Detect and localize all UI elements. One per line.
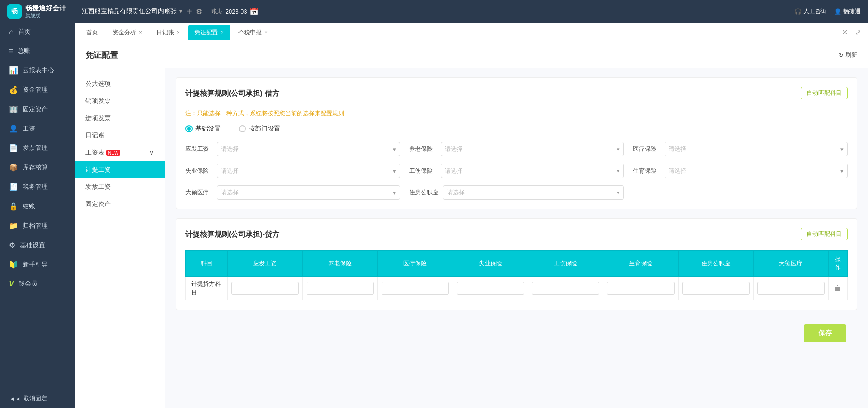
- tab-journal-close[interactable]: ×: [177, 29, 180, 36]
- expand-icon[interactable]: ⤢: [853, 26, 863, 38]
- credit-auto-match-button[interactable]: 自动匹配科目: [801, 228, 848, 240]
- input-injury[interactable]: [532, 282, 599, 295]
- select-gross-salary-arrow: ▾: [393, 146, 396, 153]
- subnav-purchase[interactable]: 进项发票: [75, 110, 165, 127]
- tab-capital-close[interactable]: ×: [139, 29, 142, 36]
- subnav-sales[interactable]: 销项发票: [75, 93, 165, 110]
- sidebar-item-tax[interactable]: 🧾 税务管理: [0, 177, 75, 197]
- sidebar-item-archive[interactable]: 📁 归档管理: [0, 216, 75, 235]
- radio-basic[interactable]: 基础设置: [185, 125, 221, 133]
- select-unemployment[interactable]: 请选择 ▾: [217, 164, 400, 178]
- col-subject: 科目: [186, 251, 228, 277]
- placeholder-housing: 请选择: [447, 188, 465, 197]
- input-maternity[interactable]: [607, 282, 674, 295]
- member-icon: V: [9, 280, 14, 288]
- subnav-calc-salary[interactable]: 计提工资: [75, 161, 165, 178]
- tab-journal[interactable]: 日记账 ×: [150, 25, 186, 40]
- sidebar-item-reports[interactable]: 📊 云报表中心: [0, 61, 75, 80]
- settings-menu-icon: ⚙: [9, 241, 15, 249]
- sidebar-label-assets: 固定资产: [23, 105, 48, 113]
- save-button[interactable]: 保存: [804, 324, 846, 342]
- radio-dept[interactable]: 按部门设置: [239, 125, 280, 133]
- field-unemployment: 失业保险 请选择 ▾: [185, 164, 400, 178]
- select-injury-arrow: ▾: [617, 168, 620, 174]
- main-layout: ⌂ 首页 ≡ 总账 📊 云报表中心 💰 资金管理 🏢 固定资产 👤 工资 📄 发…: [0, 23, 868, 408]
- company-name: 江西服宝精品有限责任公司内账张: [82, 7, 177, 15]
- tab-tax[interactable]: 个税申报 ×: [232, 25, 274, 40]
- placeholder-medical: 请选择: [669, 145, 686, 153]
- sidebar-item-ledger[interactable]: ≡ 总账: [0, 42, 75, 61]
- close-window-icon[interactable]: ✕: [840, 26, 849, 38]
- sidebar-item-close[interactable]: 🔒 结账: [0, 197, 75, 216]
- row-label-credit: 计提贷方科目: [186, 277, 228, 300]
- input-gross[interactable]: [231, 282, 299, 295]
- sidebar-item-salary[interactable]: 👤 工资: [0, 119, 75, 138]
- radio-basic-circle: [185, 125, 193, 132]
- sidebar-item-member[interactable]: V 畅会员: [0, 274, 75, 293]
- consult-button[interactable]: 🎧 人工咨询: [794, 7, 827, 15]
- tab-tax-close[interactable]: ×: [264, 29, 268, 36]
- placeholder-maternity: 请选择: [669, 167, 686, 175]
- page-header: 凭证配置 ↻ 刷新: [75, 42, 868, 68]
- delete-row-button[interactable]: 🗑: [834, 284, 841, 292]
- placeholder-injury: 请选择: [445, 167, 462, 175]
- field-maternity: 生育保险 请选择 ▾: [633, 164, 848, 178]
- select-large-medical[interactable]: 请选择 ▾: [217, 185, 400, 200]
- input-large-medical[interactable]: [757, 282, 825, 295]
- cell-unemployment: [453, 277, 528, 300]
- input-medical[interactable]: [382, 282, 449, 295]
- subnav-salary-table[interactable]: 工资表 NEW ∨: [75, 144, 165, 161]
- subnav-pay-salary[interactable]: 发放工资: [75, 178, 165, 196]
- pin-icon: ◄◄: [9, 395, 21, 402]
- sidebar-item-inventory[interactable]: 📦 库存核算: [0, 158, 75, 177]
- sidebar-label-capital: 资金管理: [23, 86, 48, 94]
- company-selector[interactable]: 江西服宝精品有限责任公司内账张 ▾: [82, 7, 182, 15]
- select-maternity[interactable]: 请选择 ▾: [665, 164, 848, 178]
- tab-voucher-label: 凭证配置: [194, 28, 218, 37]
- col-unemployment: 失业保险: [453, 251, 528, 277]
- select-medical[interactable]: 请选择 ▾: [665, 142, 848, 156]
- field-large-medical: 大额医疗 请选择 ▾: [185, 185, 400, 200]
- tax-icon: 🧾: [9, 183, 18, 191]
- select-unemployment-arrow: ▾: [393, 168, 396, 174]
- debit-auto-match-button[interactable]: 自动匹配科目: [801, 87, 848, 99]
- sidebar-item-capital[interactable]: 💰 资金管理: [0, 80, 75, 99]
- settings-icon[interactable]: ⚙: [196, 7, 202, 16]
- period-value: 2023-03: [226, 8, 247, 15]
- tab-voucher-close[interactable]: ×: [221, 29, 224, 36]
- input-housing[interactable]: [682, 282, 750, 295]
- close-accounts-icon: 🔒: [9, 202, 18, 211]
- subnav-fixed-assets[interactable]: 固定资产: [75, 196, 165, 213]
- sidebar-label-archive: 归档管理: [23, 222, 48, 230]
- cell-maternity: [603, 277, 678, 300]
- tab-voucher[interactable]: 凭证配置 ×: [188, 25, 230, 40]
- sidebar-item-invoice[interactable]: 📄 发票管理: [0, 138, 75, 158]
- input-unemployment[interactable]: [457, 282, 524, 295]
- tab-capital[interactable]: 资金分析 ×: [106, 25, 148, 40]
- select-housing-arrow: ▾: [617, 189, 620, 196]
- sidebar-item-settings[interactable]: ⚙ 基础设置: [0, 235, 75, 255]
- refresh-button[interactable]: ↻ 刷新: [839, 51, 857, 59]
- tab-home[interactable]: 首页: [80, 25, 104, 40]
- sidebar-label-salary: 工资: [23, 125, 35, 133]
- add-tab-button[interactable]: +: [187, 6, 192, 17]
- subnav-public[interactable]: 公共选项: [75, 75, 165, 93]
- select-housing[interactable]: 请选择 ▾: [443, 185, 624, 200]
- calendar-icon[interactable]: 📅: [250, 7, 259, 16]
- chevron-down-icon: ▾: [179, 8, 182, 14]
- sidebar-item-guide[interactable]: 🔰 新手引导: [0, 255, 75, 274]
- sidebar-item-home[interactable]: ⌂ 首页: [0, 23, 75, 42]
- placeholder-unemployment: 请选择: [221, 167, 239, 175]
- input-pension[interactable]: [307, 282, 374, 295]
- select-gross-salary[interactable]: 请选择 ▾: [217, 142, 400, 156]
- subnav-journal[interactable]: 日记账: [75, 127, 165, 144]
- select-injury[interactable]: 请选择 ▾: [441, 164, 624, 178]
- user-account-button[interactable]: 👤 畅捷通: [834, 7, 861, 15]
- sidebar-label-invoice: 发票管理: [23, 144, 48, 152]
- cancel-pin-button[interactable]: ◄◄ 取消固定: [0, 389, 75, 408]
- sidebar-item-assets[interactable]: 🏢 固定资产: [0, 99, 75, 119]
- table-header-row: 科目 应发工资 养老保险 医疗保险 失业保险 工伤保险 生育保险 住房公积金 大…: [186, 251, 848, 277]
- logo-area: 畅 畅捷通好会计 旗舰版: [7, 4, 82, 19]
- placeholder-pension: 请选择: [445, 145, 462, 153]
- select-pension[interactable]: 请选择 ▾: [441, 142, 624, 156]
